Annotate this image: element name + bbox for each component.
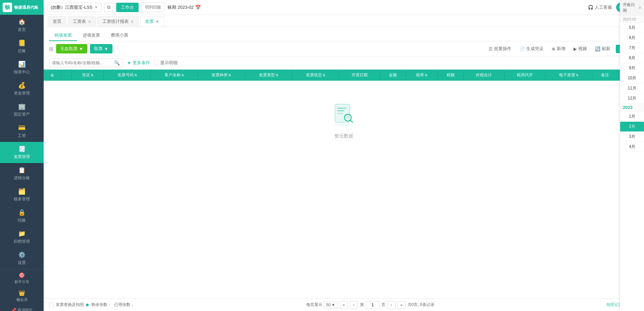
tab-invoice[interactable]: 发票✕: [140, 16, 164, 27]
svg-point-7: [346, 116, 350, 119]
pagination-bar: 发票查验及拍照 剩余张数： 已用张数： 每页显示 50 ▼: [44, 298, 644, 311]
date-panel-close[interactable]: ×: [639, 5, 641, 10]
col-invoice_status[interactable]: 发票状态⇅: [292, 70, 339, 81]
no-invoice-button[interactable]: 无血取票 ▼: [56, 44, 87, 53]
date-current-year: 2023: [620, 104, 644, 112]
company-selector[interactable]: (勿删）江西股宝-LSS ▼: [48, 3, 101, 12]
col-voucher[interactable]: 凭证⇅: [72, 70, 103, 81]
filter-bar: 🔍 ▼ 更多条件 显示明细: [44, 56, 644, 70]
tab-home[interactable]: 首页: [48, 16, 66, 27]
date-month-12月[interactable]: 12月: [620, 93, 644, 104]
sidebar-label-payroll: 工资: [18, 133, 26, 139]
sub-tab-bar: 销项发票进项发票费用小票: [44, 27, 644, 41]
sidebar-item-settings[interactable]: ⚙️设置: [0, 248, 44, 269]
sub-tab-expense_receipt[interactable]: 费用小票: [105, 30, 134, 41]
col-e_invoice[interactable]: 电子发票⇅: [545, 70, 592, 81]
col-tax_rate[interactable]: 税率⇅: [406, 70, 438, 81]
remaining-label: 剩余张数：: [91, 302, 111, 308]
col-invoice_no[interactable]: 发票号码⇅: [104, 70, 151, 81]
old-version-button[interactable]: 切到旧版: [141, 2, 165, 12]
sidebar-item-ledger[interactable]: 📒总账: [0, 36, 44, 57]
sidebar-item-member[interactable]: 👑 畅会员: [0, 287, 44, 305]
empty-text: 暂元数据: [334, 133, 353, 139]
bottom-info: 发票查验及拍照 剩余张数： 已用张数：: [49, 302, 134, 308]
sub-tab-purchase_invoice[interactable]: 进项发票: [77, 30, 105, 41]
show-detail-toggle[interactable]: 显示明细: [154, 60, 178, 66]
date-month-2月[interactable]: 2月: [620, 122, 644, 132]
video-button[interactable]: ▶ 视频: [571, 44, 590, 53]
svg-point-0: [334, 123, 353, 127]
grid-view-icon[interactable]: ⊞: [49, 46, 53, 52]
per-page-dropdown[interactable]: 50 ▼: [324, 302, 337, 308]
date-month-7月[interactable]: 7月: [620, 43, 644, 53]
guide-icon: 🎯: [18, 272, 25, 278]
sidebar-item-close[interactable]: 🔒结账: [0, 205, 44, 227]
tab-close-invoice[interactable]: ✕: [156, 20, 159, 24]
date-month-3月[interactable]: 3月: [620, 132, 644, 142]
sort-icon-voucher: ⇅: [91, 73, 93, 77]
sidebar-item-tax[interactable]: 🗂️税务管理: [0, 184, 44, 205]
workspace-button[interactable]: 工作台: [116, 3, 139, 12]
more-conditions-button[interactable]: ▼ 更多条件: [127, 60, 150, 66]
sidebar-item-payroll[interactable]: 💳工资: [0, 121, 44, 142]
batch-ops-button[interactable]: ☰ 批量操作: [486, 44, 514, 53]
generate-voucher-button[interactable]: 📄 生成凭证: [517, 44, 546, 53]
sidebar-item-archive[interactable]: 📁归档管理: [0, 227, 44, 248]
sidebar-item-finance[interactable]: 💰资金管理: [0, 78, 44, 100]
first-page-button[interactable]: «: [340, 301, 348, 309]
date-month-4月[interactable]: 4月: [620, 142, 644, 152]
new-button[interactable]: ⊕ 新增: [549, 44, 568, 53]
verify-section: 发票查验及拍照: [49, 302, 89, 308]
sub-tab-sales_invoice[interactable]: 销项发票: [49, 30, 77, 41]
tab-close-salary[interactable]: ✕: [88, 20, 91, 24]
date-month-5月[interactable]: 5月: [620, 23, 644, 33]
table-wrap: ⚙凭证⇅发票号码⇅客户名称⇅发票种类⇅发票类型⇅发票状态⇅开票日期金额税率⇅税额…: [44, 70, 644, 298]
copy-company-button[interactable]: ⧉: [104, 3, 113, 12]
support-button[interactable]: 🎧 人工客服: [588, 4, 612, 10]
tab-close-salary_report[interactable]: ✕: [131, 20, 134, 24]
sidebar-item-home[interactable]: 🏠首页: [0, 15, 44, 36]
get-invoice-button[interactable]: 取票 ▼: [90, 44, 112, 53]
refresh-button[interactable]: 🔄 刷新: [592, 44, 613, 53]
toolbar-right: ☰ 批量操作 📄 生成凭证 ⊕ 新增 ▶ 视频 🔄 刷新: [486, 44, 639, 53]
date-panel-title: 开账日期: [623, 2, 639, 13]
search-input[interactable]: [52, 61, 112, 65]
date-month-11月[interactable]: 11月: [620, 83, 644, 93]
sidebar-item-reports[interactable]: 📊报表中心: [0, 57, 44, 78]
sidebar-bottom: 🎯 新手引导 👑 畅会员 📌 取消固定: [0, 269, 44, 311]
col-tax: 税额: [438, 70, 464, 81]
svg-rect-2: [337, 108, 347, 109]
verify-checkbox[interactable]: [49, 303, 54, 307]
search-icon[interactable]: 🔍: [114, 60, 120, 66]
sidebar-label-ledger: 总账: [18, 48, 26, 54]
sidebar-item-pin[interactable]: 📌 取消固定: [0, 305, 44, 311]
prev-page-button[interactable]: ‹: [350, 301, 358, 309]
sales-icon: 📋: [18, 166, 26, 174]
date-month-9月[interactable]: 9月: [620, 63, 644, 73]
calendar-icon[interactable]: 📅: [195, 5, 201, 10]
col-invoice_category[interactable]: 发票类型⇅: [245, 70, 292, 81]
sort-icon-invoice_category: ⇅: [276, 73, 278, 77]
sidebar-item-guide[interactable]: 🎯 新手引导: [0, 269, 44, 287]
date-month-10月[interactable]: 10月: [620, 73, 644, 83]
sidebar-item-invoice[interactable]: 🧾发票管理: [0, 142, 44, 163]
date-month-6月[interactable]: 6月: [620, 33, 644, 43]
sidebar-item-sales[interactable]: 📋进销台账: [0, 163, 44, 184]
col-customer[interactable]: 客户名称⇅: [151, 70, 198, 81]
company-dropdown-arrow: ▼: [94, 5, 98, 9]
invoice-table: ⚙凭证⇅发票号码⇅客户名称⇅发票种类⇅发票类型⇅发票状态⇅开票日期金额税率⇅税额…: [44, 70, 644, 81]
detail-checkbox[interactable]: [154, 61, 159, 65]
tab-salary_report[interactable]: 工资统计报表✕: [97, 16, 139, 27]
tab-salary[interactable]: 工资表✕: [68, 16, 96, 27]
close-icon: 🔒: [18, 209, 26, 216]
col-invoice_type[interactable]: 发票种类⇅: [198, 70, 245, 81]
date-month-8月[interactable]: 8月: [620, 53, 644, 63]
period-label: 账期 2023-02 📅: [168, 4, 201, 10]
page-number-input[interactable]: [366, 301, 379, 309]
total-records: 共0页, 0条记录: [408, 302, 434, 308]
sidebar-item-assets[interactable]: 🏢固定资产: [0, 100, 44, 121]
date-month-1月[interactable]: 1月: [620, 112, 644, 122]
last-page-button[interactable]: »: [398, 301, 406, 309]
sidebar-label-finance: 资金管理: [14, 90, 30, 96]
next-page-button[interactable]: ›: [387, 301, 396, 309]
